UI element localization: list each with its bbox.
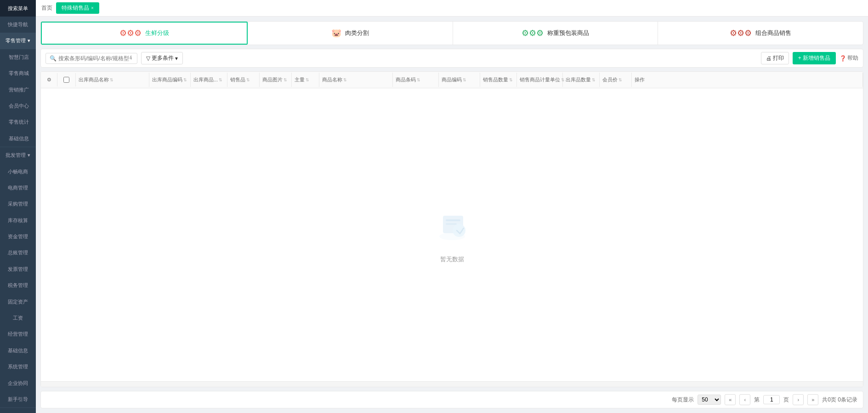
sidebar-item-guide[interactable]: 新手引导 [0,391,36,407]
svg-rect-2 [446,219,460,221]
sidebar-item-member[interactable]: 会员中心 [0,98,36,114]
th-barcode: 商品条码 ⇅ [393,73,439,87]
sidebar-item-marketing[interactable]: 营销推广 [0,82,36,98]
last-page-button[interactable]: » [807,394,818,405]
select-all-checkbox[interactable] [63,77,69,83]
topbar-active-tab[interactable]: 特殊销售品 × [56,2,99,14]
sort-icon-13[interactable]: ⇅ [618,78,622,82]
th-goods-name: 商品名称 ⇅ [319,73,393,87]
sidebar-item-ecommerce[interactable]: 小畅电商 [0,164,36,180]
empty-icon [434,206,471,250]
cat-tab-scale-label: 称重预包装商品 [547,29,589,37]
sort-icon-9[interactable]: ⇅ [463,78,466,82]
sort-icon-12[interactable]: ⇅ [592,78,596,82]
cat-tab-fresh-label: 生鲜分级 [145,29,169,37]
cat-tab-scale[interactable]: ⚙⚙⚙ 称重预包装商品 [453,22,658,45]
topbar-home[interactable]: 首页 [41,4,52,12]
sidebar-item-operations[interactable]: 经营管理 [0,326,36,342]
sidebar-item-ledger[interactable]: 总账管理 [0,245,36,261]
sidebar-item-inventory[interactable]: 库存核算 [0,212,36,229]
search-input[interactable] [58,55,132,62]
sidebar-item-retail-mall[interactable]: 零售商城 [0,65,36,81]
sort-icon-3[interactable]: ⇅ [219,78,222,82]
toolbar: 🔍 ▽ 更多条件 ▾ 🖨 打印 + 新增销售品 ❓ 帮助 [40,49,863,68]
sidebar-item-retail-stats[interactable]: 零售统计 [0,114,36,130]
sidebar-item-basic-info-retail[interactable]: 基础信息 [0,131,36,147]
svg-point-4 [453,224,465,237]
category-tabs: ⚙⚙⚙ 生鲜分级 🐷 肉类分割 ⚙⚙⚙ 称重预包装商品 ⚙⚙⚙ 组合商品销售 [40,21,863,45]
sort-icon-1[interactable]: ⇅ [110,78,113,82]
page-number-input[interactable] [763,395,780,404]
sort-icon-6[interactable]: ⇅ [306,78,309,82]
sidebar: 搜索菜单 快捷导航 零售管理 ▾ 智慧门店 零售商城 营销推广 会员中心 零售统… [0,0,36,413]
sidebar-item-salary[interactable]: 工资 [0,310,36,326]
prev-page-button[interactable]: ‹ [739,394,750,405]
th-sale-item: 销售品 ⇅ [227,73,260,87]
th-setting[interactable]: ⚙ [41,73,57,86]
cat-tab-meat[interactable]: 🐷 肉类分割 [248,22,453,45]
topbar: 首页 特殊销售品 × [36,0,868,17]
th-unit: 销售商品计量单位 ⇅ [517,73,563,87]
cat-tab-combo[interactable]: ⚙⚙⚙ 组合商品销售 [658,22,863,45]
pagination-bar: 每页显示 50 10 20 100 « ‹ 第 页 › » 共0页 0条记录 [40,391,863,408]
sidebar-item-invoice[interactable]: 发票管理 [0,261,36,277]
sidebar-item-quick-nav[interactable]: 快捷导航 [0,17,36,33]
sort-icon-10[interactable]: ⇅ [509,78,513,82]
th-goods-img: 商品图片 ⇅ [260,73,292,87]
first-page-button[interactable]: « [725,394,736,405]
print-icon: 🖨 [766,55,772,62]
th-sale-qty: 销售品数量 ⇅ [480,73,517,87]
page-label-2: 页 [783,396,789,404]
sidebar-item-enterprise[interactable]: 企业协同 [0,375,36,391]
sort-icon-8[interactable]: ⇅ [417,78,420,82]
th-checkbox[interactable] [57,73,76,86]
tab-close-icon[interactable]: × [91,6,94,11]
settings-icon[interactable]: ⚙ [0,407,36,413]
th-out-goods-code2: 出库商品... ⇅ [191,73,227,87]
table-container: ⚙ 出库商品名称 ⇅ 出库商品编码 ⇅ 出库商品... ⇅ 销售品 [40,71,863,387]
sidebar-item-ecommerce-mgmt[interactable]: 电商管理 [0,180,36,196]
combo-icon: ⚙⚙⚙ [730,28,752,38]
help-button[interactable]: ❓ 帮助 [840,54,858,62]
help-icon: ❓ [840,55,846,62]
th-out-qty: 出库品数量 ⇅ [563,73,600,87]
search-icon: 🔍 [50,55,57,62]
add-sales-item-button[interactable]: + 新增销售品 [793,52,836,64]
horizontal-scrollbar[interactable] [41,381,863,387]
sidebar-item-smart-store[interactable]: 智慧门店 [0,49,36,65]
th-main-quantity: 主量 ⇅ [292,73,319,87]
cat-tab-meat-label: 肉类分割 [345,29,369,37]
per-page-label: 每页显示 [672,396,694,404]
filter-button[interactable]: ▽ 更多条件 ▾ [141,52,183,64]
page-label: 第 [754,396,760,404]
main-content: 首页 特殊销售品 × ⚙⚙⚙ 生鲜分级 🐷 肉类分割 ⚙⚙⚙ 称重预包装商品 ⚙… [36,0,868,413]
sidebar-item-wholesale-mgmt[interactable]: 批发管理 ▾ [0,147,36,163]
sidebar-item-basic-info[interactable]: 基础信息 [0,343,36,359]
sidebar-item-tax[interactable]: 税务管理 [0,277,36,293]
total-count: 共0页 0条记录 [822,396,857,404]
sidebar-item-system[interactable]: 系统管理 [0,359,36,375]
cat-tab-fresh[interactable]: ⚙⚙⚙ 生鲜分级 [41,22,248,45]
sidebar-item-finance[interactable]: 资金管理 [0,229,36,245]
sort-icon-5[interactable]: ⇅ [284,78,287,82]
th-out-goods-name: 出库商品名称 ⇅ [76,73,149,87]
sidebar-item-fixed-assets[interactable]: 固定资产 [0,294,36,310]
sidebar-logo[interactable]: 搜索菜单 [0,0,36,17]
toolbar-right: 🖨 打印 + 新增销售品 ❓ 帮助 [761,52,858,64]
scale-icon: ⚙⚙⚙ [522,28,544,38]
next-page-button[interactable]: › [793,394,804,405]
sidebar-item-purchase[interactable]: 采购管理 [0,196,36,212]
sort-icon-4[interactable]: ⇅ [246,78,250,82]
sort-icon-2[interactable]: ⇅ [183,78,187,82]
fresh-icon: ⚙⚙⚙ [119,28,142,38]
search-box: 🔍 [45,53,137,64]
meat-icon: 🐷 [331,28,341,38]
sort-icon-7[interactable]: ⇅ [343,78,347,82]
per-page-select[interactable]: 50 10 20 100 [698,395,721,405]
sidebar-item-retail-mgmt[interactable]: 零售管理 ▾ [0,33,36,49]
th-operation: 操作 [632,73,863,87]
th-goods-code: 商品编码 ⇅ [439,73,480,87]
th-out-goods-code: 出库商品编码 ⇅ [149,73,191,87]
print-button[interactable]: 🖨 打印 [761,52,789,64]
empty-text: 暂无数据 [440,255,464,264]
